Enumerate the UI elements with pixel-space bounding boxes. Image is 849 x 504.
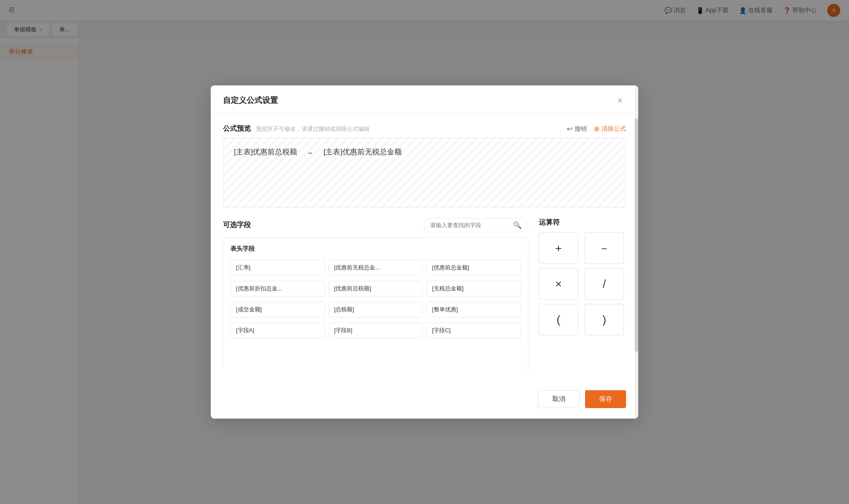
formula-part2: [主表]优惠前无税总金额 <box>323 147 401 157</box>
fields-operators-section: 可选字段 🔍 表头字段 [汇率][优惠前无税总金...[优惠前总金额][优惠前折… <box>223 218 626 373</box>
operators-grid: +－×/() <box>539 232 626 335</box>
operator-button[interactable]: + <box>539 232 578 264</box>
save-button[interactable]: 保存 <box>585 390 626 408</box>
field-item[interactable]: [整单优惠] <box>426 302 521 317</box>
fields-container-wrapper: 表头字段 [汇率][优惠前无税总金...[优惠前总金额][优惠前折扣总金...[… <box>223 238 528 373</box>
field-item[interactable]: [汇率] <box>230 260 325 276</box>
formula-display-area: [主表]优惠前总税额 － [主表]优惠前无税总金额 <box>223 138 626 208</box>
formula-actions: 撤销 ⊗ 清除公式 <box>567 125 626 133</box>
modal-header: 自定义公式设置 × <box>211 85 638 114</box>
formula-operator: － <box>306 147 315 159</box>
fields-title: 可选字段 <box>223 221 251 230</box>
modal-footer: 取消 保存 <box>211 383 638 419</box>
modal-close-button[interactable]: × <box>614 94 626 106</box>
field-item[interactable]: [优惠前折扣总金... <box>230 281 325 296</box>
clear-icon: ⊗ <box>594 125 599 133</box>
field-item[interactable]: [字段B] <box>329 323 423 338</box>
modal-body: 公式预览 预览区不可修改，请通过撤销或清除公式编辑 撤销 ⊗ 清除公式 [主表]… <box>211 114 638 383</box>
field-item[interactable]: [优惠前总金额] <box>426 260 521 276</box>
formula-preview-label: 公式预览 <box>223 124 251 133</box>
formula-preview-hint: 预览区不可修改，请通过撤销或清除公式编辑 <box>256 125 370 133</box>
fields-grid: [汇率][优惠前无税总金...[优惠前总金额][优惠前折扣总金...[优惠前总税… <box>230 260 521 338</box>
fields-group-title: 表头字段 <box>230 245 521 253</box>
operator-button[interactable]: × <box>539 268 578 300</box>
cancel-button[interactable]: 取消 <box>538 390 580 408</box>
field-item[interactable]: [优惠前总税额] <box>329 281 423 296</box>
search-input[interactable] <box>430 222 510 228</box>
field-item[interactable]: [字段C] <box>426 323 521 338</box>
field-item[interactable]: [无税总金额] <box>426 281 521 296</box>
modal-scrollbar-thumb <box>635 119 638 352</box>
field-item[interactable]: [字段A] <box>230 323 325 338</box>
undo-button[interactable]: 撤销 <box>567 125 587 133</box>
operators-title: 运算符 <box>539 218 626 227</box>
formula-part1: [主表]优惠前总税额 <box>234 147 297 157</box>
field-item[interactable]: [优惠前无税总金... <box>329 260 423 276</box>
undo-icon <box>567 125 572 133</box>
fields-header: 可选字段 🔍 <box>223 218 528 232</box>
operators-column: 运算符 +－×/() <box>539 218 626 373</box>
fields-column: 可选字段 🔍 表头字段 [汇率][优惠前无税总金...[优惠前总金额][优惠前折… <box>223 218 528 373</box>
search-box[interactable]: 🔍 <box>424 218 528 232</box>
search-icon: 🔍 <box>513 221 522 229</box>
operator-button[interactable]: － <box>585 232 624 264</box>
operator-button[interactable]: ( <box>539 304 578 335</box>
field-item[interactable]: [总税额] <box>329 302 423 317</box>
formula-settings-modal: 自定义公式设置 × 公式预览 预览区不可修改，请通过撤销或清除公式编辑 撤销 ⊗ <box>211 85 638 419</box>
operator-button[interactable]: ) <box>585 304 624 335</box>
formula-preview-section: 公式预览 预览区不可修改，请通过撤销或清除公式编辑 撤销 ⊗ 清除公式 [主表]… <box>223 124 626 208</box>
formula-preview-header: 公式预览 预览区不可修改，请通过撤销或清除公式编辑 撤销 ⊗ 清除公式 <box>223 124 626 133</box>
formula-preview-title: 公式预览 预览区不可修改，请通过撤销或清除公式编辑 <box>223 124 370 133</box>
field-item[interactable]: [成交金额] <box>230 302 325 317</box>
modal-scrollbar[interactable] <box>635 85 638 419</box>
clear-formula-button[interactable]: ⊗ 清除公式 <box>594 125 626 133</box>
fields-container[interactable]: 表头字段 [汇率][优惠前无税总金...[优惠前总金额][优惠前折扣总金...[… <box>223 238 528 373</box>
operator-button[interactable]: / <box>585 268 624 300</box>
modal-title: 自定义公式设置 <box>223 95 278 106</box>
